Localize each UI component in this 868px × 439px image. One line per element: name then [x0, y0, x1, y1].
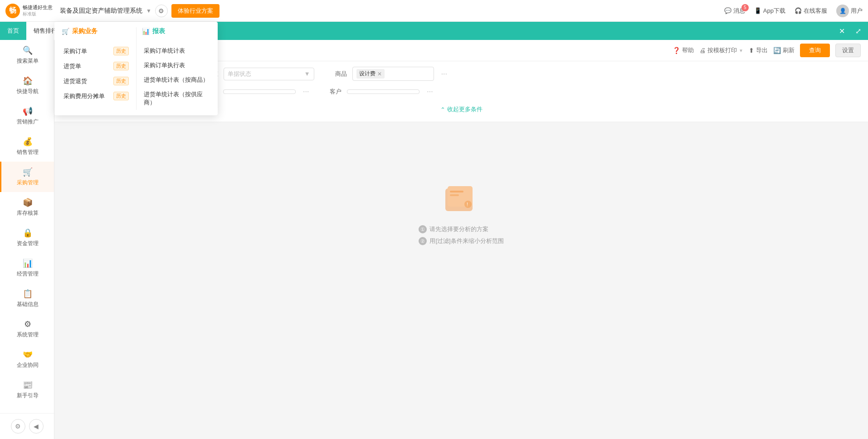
app-label: App下载: [763, 7, 785, 15]
dropdown-item-purchase-order[interactable]: 采购订单 历史: [62, 44, 131, 59]
tab-maximize-icon[interactable]: ⤢: [852, 25, 864, 37]
message-badge: 5: [741, 4, 749, 11]
sidebar-system-label: 系统管理: [17, 331, 39, 339]
dropdown-col-report-title: 📊 报表: [142, 27, 211, 38]
print-icon: 🖨: [699, 47, 706, 54]
sidebar-item-enterprise[interactable]: 🤝 企业协同: [0, 344, 54, 375]
sidebar-collapse-button[interactable]: ◀: [29, 419, 44, 434]
empty-tip2: 用[过滤]条件来缩小分析范围: [429, 237, 503, 245]
sidebar-item-operations[interactable]: 📊 经营管理: [0, 253, 54, 283]
sidebar-item-purchase[interactable]: 🛒 采购管理: [0, 162, 54, 192]
empty-tips: ① 请先选择要分析的方案 ② 用[过滤]条件来缩小分析范围: [419, 225, 503, 249]
sidebar-newbie-label: 新手引导: [17, 392, 39, 400]
goods-more-icon[interactable]: ···: [441, 70, 447, 78]
sidebar-item-inventory[interactable]: 📦 库存核算: [0, 192, 54, 222]
status-placeholder: 单据状态: [228, 70, 251, 78]
tab-home-label: 首页: [7, 27, 19, 35]
sidebar-purchase-label: 采购管理: [17, 179, 39, 187]
home-icon: 🏠: [23, 76, 33, 86]
sidebar-settings-button[interactable]: ⚙: [11, 419, 25, 434]
online-service-button[interactable]: 🎧 在线客服: [795, 7, 827, 15]
dropdown-item-inbound-stat-supplier[interactable]: 进货单统计表（按供应商）: [142, 87, 211, 110]
system-name-area: 装备及固定资产辅助管理系统 ▼ ⚙ 体验行业方案: [60, 4, 724, 18]
purchase-order-stat-label: 采购订单统计表: [144, 47, 185, 55]
empty-icon: !: [439, 177, 484, 218]
system-gear-button[interactable]: ⚙: [155, 5, 168, 17]
user-menu-button[interactable]: 👤 用户: [836, 5, 863, 17]
dropdown-item-purchase-fee[interactable]: 采购费用分摊单 历史: [62, 89, 131, 104]
customer-more-icon[interactable]: ···: [427, 88, 433, 96]
sidebar-item-system[interactable]: ⚙ 系统管理: [0, 314, 54, 344]
salesman-select[interactable]: [223, 89, 296, 94]
sidebar-item-sales[interactable]: 💰 销售管理: [0, 131, 54, 162]
sidebar-item-marketing[interactable]: 📢 营销推广: [0, 101, 54, 131]
help-icon: ❓: [673, 47, 680, 54]
tab-bar-right: ✕ ⤢: [835, 25, 868, 37]
purchase-order-label: 采购订单: [63, 47, 87, 55]
svg-rect-2: [450, 191, 463, 192]
logo-area: 畅 畅捷通好生意 标准版: [5, 4, 60, 18]
system-chevron-icon[interactable]: ▼: [146, 8, 151, 14]
tab-home[interactable]: 首页: [0, 22, 26, 40]
sidebar-basic-label: 基础信息: [17, 301, 39, 308]
sidebar-item-basic[interactable]: 📋 基础信息: [0, 283, 54, 314]
inbound-label: 进货单: [63, 62, 81, 70]
dropdown-item-inbound-stat-goods[interactable]: 进货单统计表（按商品）: [142, 73, 211, 87]
print-label: 按模板打印: [707, 46, 737, 54]
dropdown-item-inbound[interactable]: 进货单 历史: [62, 59, 131, 74]
status-select[interactable]: 单据状态 ▼: [224, 68, 314, 80]
step1-num: ①: [419, 225, 427, 233]
inventory-icon: 📦: [23, 197, 33, 207]
print-chevron-icon[interactable]: ▼: [739, 48, 743, 53]
tab-close-all-icon[interactable]: ✕: [835, 25, 848, 37]
export-button[interactable]: ⬆ 导出: [749, 46, 768, 54]
print-button[interactable]: 🖨 按模板打印 ▼: [699, 46, 743, 54]
empty-illustration: !: [439, 177, 484, 218]
dropdown-item-inbound-return[interactable]: 进货退货 历史: [62, 74, 131, 89]
goods-tag-close-icon[interactable]: ✕: [377, 71, 382, 77]
search-button[interactable]: 查询: [800, 44, 830, 57]
sidebar-item-quick-nav[interactable]: 🏠 快捷导航: [0, 70, 54, 101]
app-download-button[interactable]: 📱 App下载: [754, 7, 785, 15]
refresh-label: 刷新: [783, 46, 795, 54]
logo-text: 畅捷通好生意: [23, 4, 53, 10]
sidebar-item-newbie[interactable]: 📰 新手引导: [0, 375, 54, 405]
dropdown-divider: [136, 27, 137, 110]
newbie-icon: 📰: [23, 380, 33, 390]
dropdown-col-report: 📊 报表 采购订单统计表 采购订单执行表 进货单统计表（按商品） 进货单统计表（…: [138, 27, 215, 110]
industry-button[interactable]: 体验行业方案: [171, 4, 219, 18]
sidebar-finance-label: 资金管理: [17, 240, 39, 247]
help-button[interactable]: ❓ 帮助: [673, 46, 694, 54]
avatar: 👤: [836, 5, 849, 17]
sidebar-sales-label: 销售管理: [17, 148, 39, 156]
inbound-return-label: 进货退货: [63, 77, 87, 85]
sidebar: 🔍 搜索菜单 🏠 快捷导航 📢 营销推广 💰 销售管理 🛒 采购管理 📦 库存核…: [0, 40, 54, 439]
search-icon: 🔍: [23, 45, 33, 55]
dropdown-item-purchase-order-exec[interactable]: 采购订单执行表: [142, 58, 211, 73]
service-label: 在线客服: [804, 7, 827, 15]
collapse-label: 收起更多条件: [447, 105, 483, 113]
salesman-more-icon[interactable]: ···: [303, 88, 309, 96]
customer-select[interactable]: [347, 89, 419, 94]
empty-state: ! ① 请先选择要分析的方案 ② 用[过滤]条件来缩小分析范围: [54, 122, 868, 304]
refresh-button[interactable]: 🔄 刷新: [773, 46, 795, 54]
refresh-icon: 🔄: [773, 47, 781, 54]
goods-input[interactable]: 设计费 ✕: [352, 67, 434, 81]
message-button[interactable]: 💬 消息 5: [724, 7, 745, 15]
sidebar-quick-nav-label: 快捷导航: [17, 88, 39, 95]
sidebar-marketing-label: 营销推广: [17, 118, 39, 126]
inbound-stat-goods-label: 进货单统计表（按商品）: [144, 76, 209, 84]
enterprise-icon: 🤝: [23, 350, 33, 360]
purchase-order-exec-label: 采购订单执行表: [144, 61, 185, 69]
system-name-label: 装备及固定资产辅助管理系统: [60, 7, 142, 15]
settings-button[interactable]: 设置: [835, 44, 861, 57]
svg-point-4: [464, 201, 472, 208]
sidebar-item-finance[interactable]: 🔒 资金管理: [0, 222, 54, 253]
svg-rect-3: [450, 194, 459, 196]
dropdown-item-purchase-order-stat[interactable]: 采购订单统计表: [142, 44, 211, 58]
sidebar-item-search[interactable]: 🔍 搜索菜单: [0, 40, 54, 70]
top-header: 畅 畅捷通好生意 标准版 装备及固定资产辅助管理系统 ▼ ⚙ 体验行业方案 💬 …: [0, 0, 868, 22]
basic-icon: 📋: [23, 289, 33, 299]
sidebar-enterprise-label: 企业协同: [17, 361, 39, 369]
header-right: 💬 消息 5 📱 App下载 🎧 在线客服 👤 用户: [724, 5, 863, 17]
